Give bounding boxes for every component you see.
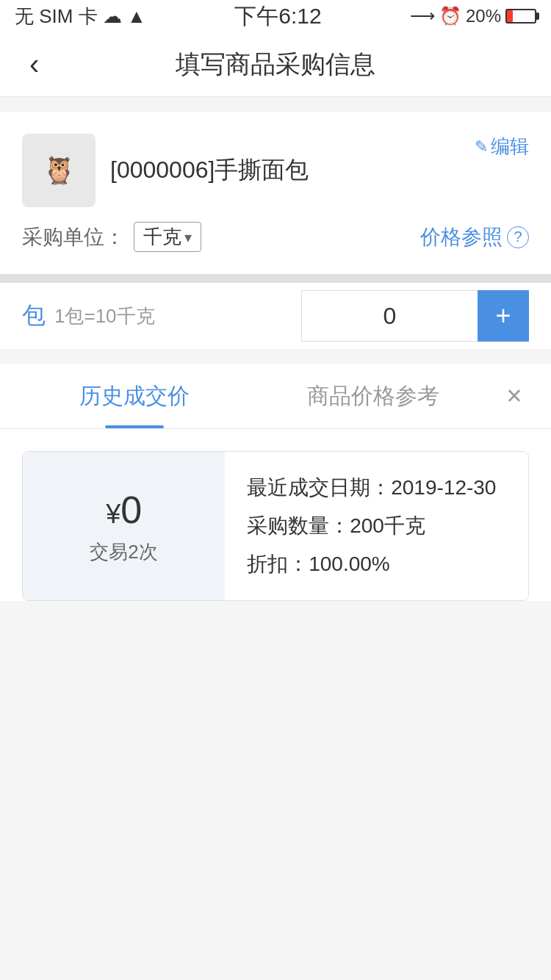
history-discount: 折扣：100.00% (247, 550, 506, 578)
location-icon: ⟶ (410, 6, 435, 26)
tab-underline (105, 425, 164, 428)
quantity-input-group: 0 + (301, 290, 529, 342)
product-thumbnail: 🦉 (22, 134, 96, 207)
product-unit-row: 采购单位： 千克 ▾ 价格参照 ? (22, 222, 529, 252)
unit-left: 采购单位： 千克 ▾ (22, 222, 201, 252)
history-quantity: 采购数量：200千克 (247, 512, 506, 540)
quantity-input[interactable]: 0 (301, 290, 478, 342)
help-icon: ? (507, 226, 529, 248)
back-button[interactable]: ‹ (22, 40, 46, 88)
status-bar: 无 SIM 卡 ☁ ▲ 下午6:12 ⟶ ⏰ 20% (0, 0, 551, 32)
history-trade-count: 交易2次 (90, 539, 157, 565)
history-price-value: ¥0 (106, 488, 142, 532)
product-card: 🦉 [0000006]手撕面包 ✎ 编辑 采购单位： 千克 ▾ 价格参照 ? (0, 112, 551, 274)
tabs-row: 历史成交价 商品价格参考 × (0, 364, 551, 429)
history-card: ¥0 交易2次 最近成交日期：2019-12-30 采购数量：200千克 折扣：… (22, 451, 529, 601)
product-name: [0000006]手撕面包 (110, 154, 309, 187)
status-signal: 无 SIM 卡 ☁ ▲ (15, 4, 146, 29)
quantity-unit-char: 包 (22, 300, 46, 332)
history-price-section: ¥0 交易2次 (23, 452, 225, 600)
unit-select[interactable]: 千克 ▾ (134, 222, 201, 252)
unit-label: 采购单位： (22, 223, 125, 251)
edit-link[interactable]: ✎ 编辑 (475, 134, 529, 159)
product-image: 🦉 (43, 155, 76, 186)
product-header: 🦉 [0000006]手撕面包 ✎ 编辑 (22, 134, 529, 207)
dropdown-arrow-icon: ▾ (184, 228, 192, 246)
status-right: ⟶ ⏰ 20% (410, 6, 536, 26)
status-time: 下午6:12 (234, 1, 321, 32)
battery-percent: 20% (466, 6, 501, 26)
tab-price-ref[interactable]: 商品价格参考 (253, 364, 492, 428)
battery-icon (505, 9, 536, 24)
tab-close-button[interactable]: × (492, 364, 536, 428)
quantity-unit-desc: 1包=10千克 (54, 303, 155, 329)
currency-symbol: ¥ (106, 499, 120, 529)
quantity-plus-button[interactable]: + (478, 290, 529, 342)
history-recent-date: 最近成交日期：2019-12-30 (247, 474, 506, 502)
alarm-icon: ⏰ (439, 6, 461, 26)
price-reference-button[interactable]: 价格参照 ? (420, 223, 529, 251)
edit-icon: ✎ (475, 137, 488, 156)
product-left: 🦉 [0000006]手撕面包 (22, 134, 309, 207)
history-details-section: 最近成交日期：2019-12-30 采购数量：200千克 折扣：100.00% (225, 452, 528, 600)
quantity-row: 包 1包=10千克 0 + (0, 283, 551, 349)
quantity-label: 包 1包=10千克 (22, 300, 155, 332)
bottom-panel: 历史成交价 商品价格参考 × ¥0 交易2次 最近成交日期：2019-12-30… (0, 364, 551, 601)
page-title: 填写商品采购信息 (176, 48, 375, 82)
tab-history[interactable]: 历史成交价 (15, 364, 253, 428)
section-divider (0, 274, 551, 283)
nav-bar: ‹ 填写商品采购信息 (0, 32, 551, 97)
